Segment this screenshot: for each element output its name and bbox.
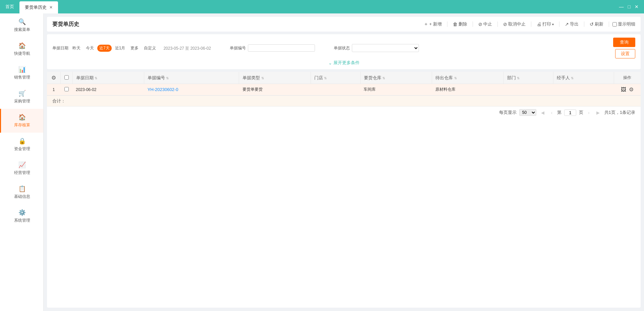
- stop-button[interactable]: ⊘ 中止: [476, 20, 494, 28]
- page-size-label: 每页显示: [499, 109, 517, 116]
- sidebar-item-search-menu[interactable]: 🔍 搜索菜单: [0, 13, 43, 37]
- main-layout: 🔍 搜索菜单 🏠 快捷导航 📊 销售管理 🛒 采购管理 🏠 库存核算 🔒 资金管…: [0, 13, 644, 311]
- prev-page-button[interactable]: ‹: [549, 109, 554, 116]
- data-table: ⚙ 单据日期 ⇅ 单据编号 ⇅: [47, 72, 641, 95]
- status-select[interactable]: [352, 44, 419, 52]
- cell-actions: 🖼 ⚙: [614, 84, 641, 95]
- page-suffix: 页: [579, 109, 583, 116]
- sort-handler-icon: ⇅: [571, 76, 574, 80]
- col-actions: 操作: [614, 72, 641, 84]
- doc-no-input[interactable]: [248, 44, 315, 52]
- divider-4: [531, 21, 531, 27]
- sidebar: 🔍 搜索菜单 🏠 快捷导航 📊 销售管理 🛒 采购管理 🏠 库存核算 🔒 资金管…: [0, 13, 44, 311]
- chip-yesterday[interactable]: 昨天: [70, 45, 83, 52]
- search-menu-icon: 🔍: [18, 18, 26, 26]
- print-button[interactable]: 🖨 打印 ▾: [535, 20, 556, 28]
- display-detail-toggle[interactable]: 显示明细: [612, 21, 635, 27]
- cell-dept: [503, 84, 553, 95]
- divider-1: [447, 21, 447, 27]
- add-button[interactable]: ＋ + 新增: [422, 20, 444, 28]
- query-button[interactable]: 查询: [613, 38, 635, 47]
- doc-no-link[interactable]: YH-20230602-0: [148, 87, 178, 92]
- row-view-icon[interactable]: 🖼: [621, 87, 626, 92]
- chip-7days[interactable]: 近7天: [97, 45, 112, 52]
- page-size-select[interactable]: 50 10 20 100: [519, 109, 536, 116]
- maximize-icon[interactable]: □: [628, 4, 631, 9]
- sidebar-item-sys-mgmt[interactable]: ⚙️ 系统管理: [0, 204, 43, 228]
- table-row: 1 2023-06-02 YH-20230602-0 要货单要货 车间库 原材料…: [47, 84, 641, 95]
- row-more-icon[interactable]: ⚙: [629, 87, 634, 92]
- page-number-input[interactable]: [564, 109, 576, 116]
- top-bar: 首页 要货单历史 ✕ — □ ✕: [0, 0, 644, 13]
- print-icon: 🖨: [537, 21, 541, 27]
- sidebar-item-finance-mgmt[interactable]: 🔒 资金管理: [0, 133, 43, 157]
- sidebar-item-operations-mgmt[interactable]: 📈 经营管理: [0, 157, 43, 180]
- col-req-warehouse[interactable]: 要货仓库 ⇅: [360, 72, 432, 84]
- cell-doc-type: 要货单要货: [239, 84, 311, 95]
- add-icon: ＋: [424, 21, 428, 27]
- col-checkbox: [60, 72, 72, 84]
- tab-close-icon[interactable]: ✕: [49, 5, 53, 10]
- page-header: 要货单历史 ＋ + 新增 🗑 删除 ⊘ 中止 ⊘: [47, 17, 641, 32]
- col-pending-warehouse[interactable]: 待出仓库 ⇅: [432, 72, 504, 84]
- select-all-checkbox[interactable]: [64, 75, 69, 80]
- date-chips: 昨天 今天 近7天 近1月 更多 自定义: [70, 45, 158, 52]
- sidebar-item-inventory[interactable]: 🏠 库存核算: [0, 109, 43, 133]
- table-wrapper: ⚙ 单据日期 ⇅ 单据编号 ⇅: [47, 72, 641, 308]
- expand-more-row[interactable]: ⌄ 展开更多条件: [52, 60, 635, 66]
- sidebar-item-purchase-mgmt[interactable]: 🛒 采购管理: [0, 85, 43, 109]
- close-icon[interactable]: ✕: [635, 4, 639, 9]
- status-filter: 单据状态: [334, 44, 419, 52]
- last-page-button[interactable]: ▶: [594, 109, 602, 116]
- cell-req-warehouse: 车间库: [360, 84, 432, 95]
- cancel-stop-icon: ⊘: [503, 21, 507, 27]
- next-page-button[interactable]: ›: [586, 109, 591, 116]
- sys-mgmt-icon: ⚙️: [18, 209, 26, 216]
- tab-requisition-history[interactable]: 要货单历史 ✕: [19, 1, 58, 13]
- sort-date-icon: ⇅: [95, 76, 97, 80]
- refresh-button[interactable]: ↺ 刷新: [588, 20, 605, 28]
- toolbar: ＋ + 新增 🗑 删除 ⊘ 中止 ⊘ 取消中止: [422, 20, 635, 28]
- sort-doc-no-icon: ⇅: [166, 76, 169, 80]
- col-settings[interactable]: ⚙: [47, 72, 60, 84]
- table-settings-icon[interactable]: ⚙: [51, 75, 56, 81]
- display-detail-checkbox[interactable]: [612, 22, 617, 27]
- export-icon: ↗: [565, 21, 569, 27]
- export-button[interactable]: ↗ 导出: [563, 20, 581, 28]
- basic-info-icon: 📋: [18, 185, 26, 192]
- col-handler[interactable]: 经手人 ⇅: [553, 72, 614, 84]
- col-doc-no[interactable]: 单据编号 ⇅: [144, 72, 239, 84]
- stop-icon: ⊘: [478, 21, 482, 27]
- sidebar-item-quick-nav[interactable]: 🏠 快捷导航: [0, 37, 43, 61]
- total-info: 共1页，1条记录: [604, 109, 635, 116]
- cell-check: [60, 84, 72, 95]
- sidebar-item-sales-mgmt[interactable]: 📊 销售管理: [0, 61, 43, 85]
- col-store[interactable]: 门店 ⇅: [311, 72, 360, 84]
- chip-today[interactable]: 今天: [84, 45, 96, 52]
- settings-button[interactable]: 设置: [615, 49, 635, 58]
- sidebar-item-basic-info[interactable]: 📋 基础信息: [0, 180, 43, 204]
- chip-1month[interactable]: 近1月: [113, 45, 127, 52]
- col-doc-type[interactable]: 单据类型 ⇅: [239, 72, 311, 84]
- col-date[interactable]: 单据日期 ⇅: [72, 72, 144, 84]
- doc-no-filter: 单据编号: [230, 44, 315, 52]
- chip-more[interactable]: 更多: [128, 45, 141, 52]
- table-body: 1 2023-06-02 YH-20230602-0 要货单要货 车间库 原材料…: [47, 84, 641, 95]
- row-checkbox[interactable]: [64, 87, 69, 91]
- col-dept[interactable]: 部门 ⇅: [503, 72, 553, 84]
- chevron-down-icon: ⌄: [328, 60, 332, 65]
- delete-button[interactable]: 🗑 删除: [451, 20, 469, 28]
- footer-total-label: 合计：: [52, 98, 65, 104]
- divider-7: [609, 21, 609, 27]
- date-filter-label: 单据日期: [52, 45, 68, 51]
- doc-no-label: 单据编号: [230, 45, 246, 51]
- date-filter: 单据日期 昨天 今天 近7天 近1月 更多 自定义: [52, 45, 158, 52]
- minimize-icon[interactable]: —: [619, 4, 624, 9]
- cell-doc-no: YH-20230602-0: [144, 84, 239, 95]
- finance-mgmt-icon: 🔒: [18, 137, 26, 145]
- tab-home[interactable]: 首页: [0, 0, 19, 13]
- divider-2: [473, 21, 473, 27]
- cancel-stop-button[interactable]: ⊘ 取消中止: [501, 20, 528, 28]
- first-page-button[interactable]: ◀: [539, 109, 546, 116]
- chip-custom[interactable]: 自定义: [142, 45, 158, 52]
